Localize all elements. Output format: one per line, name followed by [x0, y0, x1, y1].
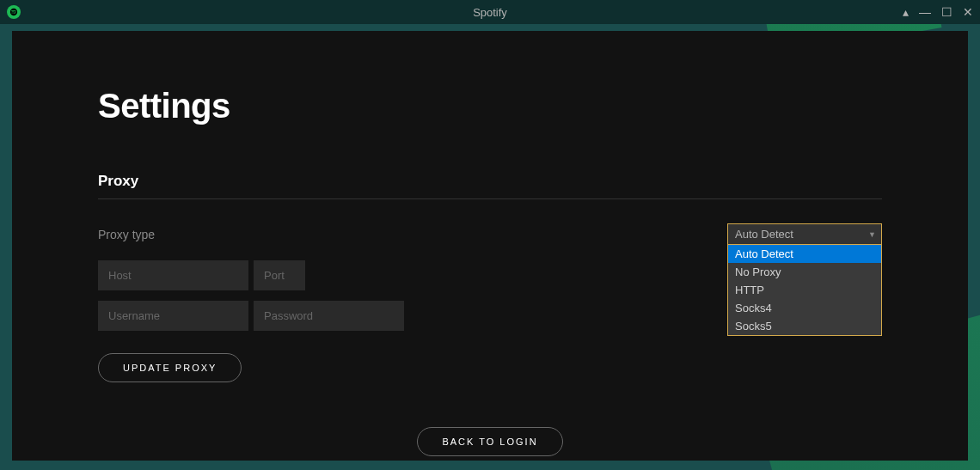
back-to-login-button[interactable]: BACK TO LOGIN: [417, 427, 562, 456]
proxy-type-select[interactable]: Auto Detect ▼: [727, 223, 882, 245]
username-input[interactable]: [98, 301, 248, 331]
close-icon[interactable]: ✕: [963, 6, 973, 18]
proxy-type-label: Proxy type: [98, 228, 155, 241]
spotify-logo-icon: [7, 5, 21, 19]
proxy-type-options-list: Auto Detect No Proxy HTTP Socks4 Socks5: [727, 244, 882, 336]
update-proxy-button[interactable]: UPDATE PROXY: [98, 353, 242, 382]
proxy-type-option[interactable]: Auto Detect: [728, 245, 881, 263]
host-input[interactable]: [98, 260, 248, 290]
minimize-icon[interactable]: —: [919, 6, 931, 18]
maximize-icon[interactable]: ☐: [941, 6, 952, 18]
password-input[interactable]: [254, 301, 404, 331]
proxy-type-selected-value: Auto Detect: [735, 228, 793, 241]
proxy-type-option[interactable]: Socks4: [728, 299, 881, 317]
page-title: Settings: [98, 87, 882, 125]
main-window: Settings Proxy Proxy type Auto Detect ▼ …: [12, 31, 968, 461]
proxy-type-option[interactable]: HTTP: [728, 281, 881, 299]
window-title: Spotify: [473, 6, 507, 19]
chevron-down-icon: ▼: [868, 230, 876, 239]
proxy-type-option[interactable]: No Proxy: [728, 263, 881, 281]
port-input[interactable]: [254, 260, 305, 290]
titlebar: Spotify ▴ — ☐ ✕: [0, 0, 980, 24]
up-arrow-icon[interactable]: ▴: [903, 6, 909, 18]
proxy-type-option[interactable]: Socks5: [728, 317, 881, 335]
proxy-section-title: Proxy: [98, 173, 882, 199]
